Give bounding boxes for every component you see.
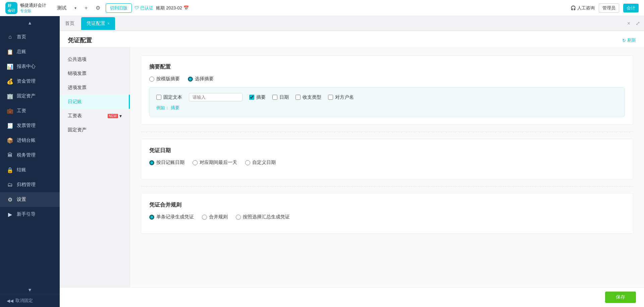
expand-tab-btn[interactable]: ⤢ [634,19,641,28]
checkbox-counterparty-input[interactable] [328,95,333,100]
sidebar-label-guide: 新手引导 [17,211,36,217]
merge-radio-single[interactable]: 单条记录生成凭证 [149,214,194,220]
scroll-up-btn[interactable]: ▲ [0,19,60,27]
role-btn[interactable]: 会计 [623,4,639,12]
sidebar-item-settings[interactable]: ⚙ 设置 [0,192,60,207]
calendar-icon[interactable]: 📅 [183,5,189,10]
switch-version-btn[interactable]: 切到旧版 [106,3,132,13]
pin-icon: ◀◀ [7,298,13,303]
checkbox-fixed-text-input[interactable] [156,95,161,100]
checkbox-date-input[interactable] [272,95,277,100]
sidebar-item-home[interactable]: ⌂ 首页 [0,30,60,44]
checkbox-payment-type[interactable]: 收支类型 [296,94,321,100]
refresh-btn[interactable]: ↻ 刷新 [622,37,636,43]
cancel-fixed-btn[interactable]: ◀◀ 取消固定 [7,298,53,304]
config-menu-fixed-asset[interactable]: 固定资产 [60,123,130,137]
period-info: 账期 2023-02 📅 [156,5,189,11]
save-button[interactable]: 保存 [605,292,636,303]
merge-section: 凭证合并规则 单条记录生成凭证 合并规则 [141,193,633,234]
app-title: 畅捷通好会计 [20,2,46,8]
tab-voucher-config[interactable]: 凭证配置 × [81,17,115,30]
summary-radio-select[interactable]: 选择摘要 [188,76,214,82]
fixed-text-input[interactable] [189,93,243,101]
checkbox-counterparty[interactable]: 对方户名 [328,94,354,100]
refresh-label: 刷新 [627,37,636,43]
date-radio-period-last-input[interactable] [193,160,198,165]
summary-radio-template-input[interactable] [149,77,154,82]
merge-radio-rule[interactable]: 合并规则 [202,214,228,220]
config-menu-payroll[interactable]: 工资表 NEW ▾ [60,109,130,123]
sidebar-top-spacer [0,16,60,19]
sidebar-label-home: 首页 [17,34,26,40]
dropdown-btn[interactable]: ▾ [72,4,79,12]
tab-home[interactable]: 首页 [60,17,80,30]
checkbox-payment-type-label: 收支类型 [303,94,321,100]
period-label: 账期 [156,5,165,11]
app-root: 好会计 畅捷通好会计 专业版 测试 ▾ + ⚙ 切到旧版 🛡 已认证 账期 20… [0,0,644,307]
checkbox-counterparty-label: 对方户名 [335,94,354,100]
close-tab-btn[interactable]: × [626,19,632,28]
merge-radio-selection-input[interactable] [236,215,241,220]
consult-btn[interactable]: 🎧 人工咨询 [571,5,595,11]
capital-icon: 💰 [7,78,13,85]
summary-radio-template[interactable]: 按模版摘要 [149,76,180,82]
settings-btn[interactable]: ⚙ [93,3,103,12]
consult-label: 人工咨询 [577,5,595,11]
summary-radio-select-input[interactable] [188,77,193,82]
checkbox-summary-input[interactable] [249,95,254,100]
user-btn[interactable]: 管理员 [599,3,619,13]
merge-radio-single-input[interactable] [149,215,154,220]
sidebar-label-invoice: 发票管理 [17,123,36,129]
merge-radio-selection[interactable]: 按照选择汇总生成凭证 [236,214,290,220]
checkbox-summary[interactable]: 摘要 [249,94,266,100]
date-radio-custom-input[interactable] [245,160,250,165]
add-btn[interactable]: + [82,4,90,12]
period-value: 2023-02 [166,5,182,10]
sidebar-item-close[interactable]: 🔒 结账 [0,163,60,177]
config-menu-sales[interactable]: 销项发票 [60,67,130,81]
date-radio-custom[interactable]: 自定义日期 [245,160,276,166]
scroll-down-btn[interactable]: ▼ [0,286,60,294]
checkbox-payment-type-input[interactable] [296,95,301,100]
sidebar-item-report[interactable]: 📊 报表中心 [0,59,60,74]
config-menu-journal[interactable]: 日记账 [60,95,130,109]
divider-1 [141,132,633,132]
sidebar-item-salary[interactable]: 💼 工资 [0,103,60,118]
invoice-icon: 🧾 [7,122,13,129]
merge-radio-group: 单条记录生成凭证 合并规则 按照选择汇总生成凭证 [149,214,625,220]
merge-radio-selection-label: 按照选择汇总生成凭证 [243,214,290,220]
sidebar-item-guide[interactable]: ▶ 新手引导 [0,207,60,222]
example-value: 摘要 [171,105,179,110]
sidebar-item-tax[interactable]: 🏛 税务管理 [0,148,60,163]
save-bar: 保存 [60,287,644,307]
merge-radio-rule-input[interactable] [202,215,207,220]
tab-close-btn[interactable]: × [107,21,110,26]
summary-checkboxes-row: 固定文本 摘要 日期 [156,93,618,101]
tab-bar: 首页 凭证配置 × × ⤢ [60,16,644,31]
sidebar-item-asset[interactable]: 🏢 固定资产 [0,89,60,103]
payroll-extras: NEW ▾ [106,113,122,119]
summary-radio-select-label: 选择摘要 [195,76,214,82]
date-radio-period-last[interactable]: 对应期间最后一天 [193,160,237,166]
merge-radio-single-label: 单条记录生成凭证 [156,214,194,220]
date-radio-journal-input[interactable] [149,160,154,165]
sidebar-item-ledger[interactable]: 📋 总账 [0,44,60,59]
date-section: 凭证日期 按日记账日期 对应期间最后一天 [141,139,633,179]
config-menu-purchase[interactable]: 进项发票 [60,81,130,95]
checkbox-date[interactable]: 日期 [272,94,289,100]
sidebar-item-purchase[interactable]: 📦 进销台账 [0,133,60,148]
checkbox-fixed-text[interactable]: 固定文本 [156,94,182,100]
sidebar-item-capital[interactable]: 💰 资金管理 [0,74,60,89]
date-radio-journal[interactable]: 按日记账日期 [149,160,184,166]
page-header: 凭证配置 ↻ 刷新 [60,31,644,47]
config-main: 摘要配置 按模版摘要 选择摘要 [130,47,644,287]
config-menu-public[interactable]: 公共选项 [60,52,130,67]
sidebar-item-archive[interactable]: 🗂 归档管理 [0,177,60,192]
tax-icon: 🏛 [7,152,13,159]
ledger-icon: 📋 [7,48,13,55]
report-icon: 📊 [7,63,13,70]
new-badge: NEW [108,114,118,118]
divider-2 [141,186,633,186]
date-title: 凭证日期 [149,147,625,154]
sidebar-item-invoice[interactable]: 🧾 发票管理 [0,118,60,133]
